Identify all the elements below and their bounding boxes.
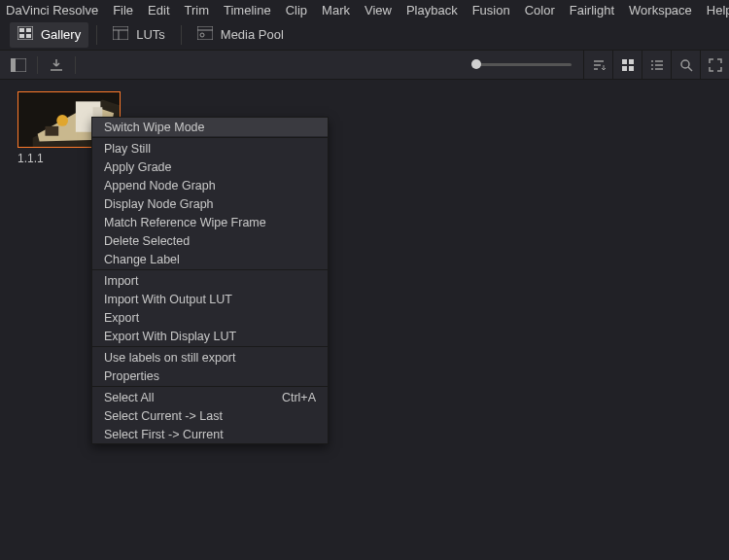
svg-point-23: [681, 60, 689, 68]
media-pool-icon: [197, 26, 213, 43]
menu-item[interactable]: Color: [525, 3, 555, 18]
menu-item[interactable]: Playback: [406, 3, 458, 18]
list-view-icon[interactable]: [642, 51, 671, 80]
ctx-select-all[interactable]: Select AllCtrl+A: [92, 388, 328, 406]
ctx-apply-grade[interactable]: Apply Grade: [92, 158, 328, 176]
menu-item[interactable]: Help: [707, 3, 729, 18]
toolbar: Gallery LUTs Media Pool: [0, 19, 729, 51]
ctx-match-reference-wipe-frame[interactable]: Match Reference Wipe Frame: [92, 213, 328, 231]
luts-icon: [113, 26, 128, 43]
svg-rect-15: [622, 66, 627, 71]
ctx-change-label[interactable]: Change Label: [92, 250, 328, 268]
svg-point-10: [200, 33, 204, 37]
menu-item[interactable]: DaVinci Resolve: [6, 3, 98, 18]
ctx-select-current-last[interactable]: Select Current -> Last: [92, 406, 328, 425]
separator: [96, 25, 97, 45]
ctx-append-node-graph[interactable]: Append Node Graph: [92, 176, 328, 194]
svg-rect-5: [113, 26, 128, 40]
menu-item[interactable]: Workspace: [629, 3, 692, 18]
ctx-delete-selected[interactable]: Delete Selected: [92, 231, 328, 250]
separator: [92, 137, 328, 138]
fullscreen-icon[interactable]: [700, 51, 729, 80]
search-icon[interactable]: [671, 51, 700, 80]
separator: [92, 269, 328, 270]
svg-point-17: [651, 60, 653, 62]
menu-item[interactable]: File: [113, 3, 133, 18]
menu-item[interactable]: Mark: [322, 3, 350, 18]
svg-point-19: [651, 64, 653, 66]
svg-rect-13: [622, 59, 627, 64]
ctx-display-node-graph[interactable]: Display Node Graph: [92, 194, 328, 213]
gallery-button[interactable]: Gallery: [10, 22, 88, 48]
svg-rect-4: [26, 34, 31, 38]
slider-knob[interactable]: [471, 59, 481, 69]
sort-icon[interactable]: [583, 51, 612, 80]
svg-line-24: [688, 67, 692, 71]
separator: [181, 25, 182, 45]
thumbnail-size-slider[interactable]: [474, 63, 572, 66]
svg-rect-12: [11, 58, 16, 72]
svg-rect-8: [197, 26, 213, 40]
ctx-play-still[interactable]: Play Still: [92, 139, 328, 158]
svg-rect-14: [629, 59, 634, 64]
luts-label: LUTs: [136, 27, 165, 42]
svg-rect-2: [26, 28, 31, 32]
ctx-select-first-current[interactable]: Select First -> Current: [92, 425, 328, 443]
media-pool-label: Media Pool: [221, 27, 284, 42]
shortcut: Ctrl+A: [282, 391, 316, 404]
svg-rect-16: [629, 66, 634, 71]
menu-bar: DaVinci Resolve File Edit Trim Timeline …: [0, 0, 729, 19]
menu-item[interactable]: Fusion: [472, 3, 510, 18]
menu-item[interactable]: View: [364, 3, 392, 18]
gallery-content: 1.1.1 Switch Wipe Mode Play Still Apply …: [0, 80, 729, 560]
luts-button[interactable]: LUTs: [105, 22, 173, 48]
ctx-export-with-display-lut[interactable]: Export With Display LUT: [92, 327, 328, 345]
sidebar-toggle-icon[interactable]: [4, 51, 33, 80]
ctx-properties[interactable]: Properties: [92, 367, 328, 385]
menu-item[interactable]: Trim: [185, 3, 210, 18]
gallery-icon: [17, 26, 33, 43]
download-icon[interactable]: [42, 51, 71, 80]
ctx-import-with-output-lut[interactable]: Import With Output LUT: [92, 290, 328, 308]
ctx-use-labels-on-still-export[interactable]: Use labels on still export: [92, 348, 328, 367]
separator: [75, 56, 76, 74]
menu-item[interactable]: Timeline: [224, 3, 271, 18]
svg-rect-3: [19, 34, 24, 38]
media-pool-button[interactable]: Media Pool: [190, 22, 292, 48]
separator: [92, 346, 328, 347]
ctx-switch-wipe-mode[interactable]: Switch Wipe Mode: [92, 118, 328, 136]
ctx-export[interactable]: Export: [92, 308, 328, 327]
gallery-label: Gallery: [41, 27, 81, 42]
svg-point-29: [56, 115, 68, 126]
menu-item[interactable]: Edit: [148, 3, 169, 18]
svg-point-21: [651, 68, 653, 70]
context-menu: Switch Wipe Mode Play Still Apply Grade …: [91, 117, 329, 444]
control-bar: [0, 51, 729, 80]
separator: [92, 386, 328, 387]
menu-item[interactable]: Clip: [286, 3, 307, 18]
separator: [37, 56, 38, 74]
ctx-import[interactable]: Import: [92, 271, 328, 290]
menu-item[interactable]: Fairlight: [570, 3, 614, 18]
svg-rect-1: [19, 28, 24, 32]
svg-rect-30: [45, 126, 58, 136]
grid-view-icon[interactable]: [612, 51, 642, 80]
